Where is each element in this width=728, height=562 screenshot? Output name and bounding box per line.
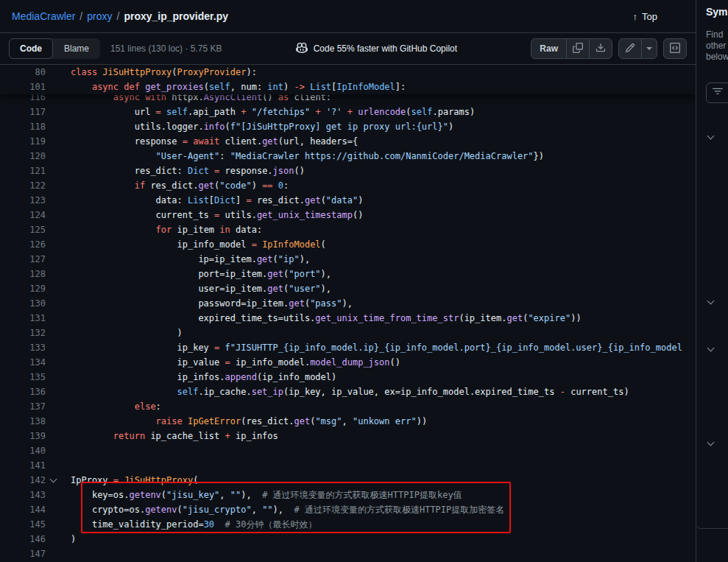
download-button[interactable]: [589, 38, 612, 59]
chevron-down-icon[interactable]: [708, 440, 715, 447]
edit-dropdown-button[interactable]: [641, 38, 657, 59]
code-line: 128 port=ip_item.get("port"),: [0, 267, 696, 281]
line-number[interactable]: 120: [0, 149, 46, 164]
code-text: crypto=os.getenv("jisu_crypto", ""), # 通…: [46, 502, 504, 517]
code-text: raise IpGetError(res_dict.get("msg", "un…: [46, 414, 427, 429]
chevron-down-icon[interactable]: [708, 298, 715, 306]
code-line: 101 async def get_proxies(self, num: int…: [0, 80, 696, 94]
copilot-icon: [296, 42, 308, 56]
code-line: 117 url = self.api_path + "/fetchips" + …: [0, 105, 696, 119]
line-number[interactable]: 147: [0, 547, 46, 561]
chevron-down-icon[interactable]: [708, 133, 715, 141]
code-text: if res_dict.get("code") == 0:: [46, 178, 289, 193]
code-line: 147: [0, 547, 696, 561]
line-number[interactable]: 125: [0, 222, 46, 237]
line-number[interactable]: 141: [0, 458, 46, 473]
code-text: ip_value = ip_info_model.model_dump_json…: [46, 355, 400, 370]
line-number[interactable]: 129: [0, 281, 46, 296]
file-meta: 151 lines (130 loc) · 5.75 KB: [110, 43, 222, 54]
line-number[interactable]: 80: [0, 65, 46, 80]
code-text: response = await client.get(url, headers…: [46, 134, 358, 149]
code-line: 146): [0, 532, 696, 547]
code-text: utils.logger.info(f"[JiSuHttpProxy] get …: [46, 119, 453, 134]
tab-code[interactable]: Code: [9, 38, 53, 59]
tab-blame[interactable]: Blame: [53, 38, 100, 59]
code-line: 119 response = await client.get(url, hea…: [0, 134, 696, 149]
line-number[interactable]: 140: [0, 443, 46, 458]
file-card: Code Blame 151 lines (130 loc) · 5.75 KB…: [0, 32, 696, 562]
line-number[interactable]: 121: [0, 164, 46, 178]
line-number[interactable]: 119: [0, 134, 46, 149]
code-blame-switch: Code Blame: [9, 38, 100, 59]
code-line: 135 ip_infos.append(ip_info_model): [0, 370, 696, 384]
code-text: url = self.api_path + "/fetchips" + '?' …: [46, 105, 475, 119]
line-number[interactable]: 123: [0, 193, 46, 208]
code-text: [46, 547, 71, 561]
arrow-up-icon: ↑: [633, 11, 638, 22]
code-line: 143 key=os.getenv("jisu_key", ""), # 通过环…: [0, 488, 696, 502]
copy-button[interactable]: [566, 38, 590, 59]
breadcrumb-repo-link[interactable]: MediaCrawler: [12, 10, 75, 22]
code-text: key=os.getenv("jisu_key", ""), # 通过环境变量的…: [46, 488, 462, 502]
line-number[interactable]: 142: [0, 473, 46, 488]
line-number[interactable]: 132: [0, 326, 46, 340]
code-text: ip_infos.append(ip_info_model): [46, 370, 336, 384]
line-number[interactable]: 143: [0, 488, 46, 502]
symbols-filter-input[interactable]: [706, 82, 728, 103]
chevron-down-icon[interactable]: [708, 345, 715, 353]
code-line: 133 ip_key = f"JISUHTTP_{ip_info_model.i…: [0, 340, 696, 355]
sticky-context-lines: 80class JiSuHttpProxy(ProxyProvider):101…: [0, 65, 696, 94]
line-number[interactable]: 144: [0, 502, 46, 517]
breadcrumb-separator: /: [79, 10, 82, 22]
code-line: 121 res_dict: Dict = response.json(): [0, 164, 696, 178]
breadcrumb-folder-link[interactable]: proxy: [87, 10, 112, 22]
line-number[interactable]: 134: [0, 355, 46, 370]
breadcrumb-file-name: proxy_ip_provider.py: [124, 10, 228, 22]
code-line: 132 ): [0, 326, 696, 340]
line-number[interactable]: 138: [0, 414, 46, 429]
line-number[interactable]: 118: [0, 119, 46, 134]
line-number[interactable]: 145: [0, 517, 46, 532]
back-to-top-button[interactable]: ↑ Top: [629, 10, 662, 23]
code-line: 118 utils.logger.info(f"[JiSuHttpProxy] …: [0, 119, 696, 134]
code-text: IpProxy = JiSuHttpProxy(: [46, 473, 198, 488]
line-number[interactable]: 131: [0, 311, 46, 326]
code-line: 137 else:: [0, 399, 696, 414]
line-number[interactable]: 122: [0, 178, 46, 193]
raw-copy-download-group: Raw: [531, 38, 612, 59]
code-text: ip_info_model = IpInfoModel(: [46, 237, 326, 252]
raw-button[interactable]: Raw: [531, 38, 567, 59]
line-number[interactable]: 127: [0, 252, 46, 267]
line-number[interactable]: 146: [0, 532, 46, 547]
symbols-toggle-button[interactable]: [663, 38, 687, 59]
code-line: 125 for ip_item in data:: [0, 222, 696, 237]
line-number[interactable]: 128: [0, 267, 46, 281]
toolbar-actions: Raw: [531, 38, 687, 59]
line-number[interactable]: 130: [0, 296, 46, 311]
line-number[interactable]: 137: [0, 399, 46, 414]
line-number[interactable]: 117: [0, 105, 46, 119]
code-line: 138 raise IpGetError(res_dict.get("msg",…: [0, 414, 696, 429]
line-number[interactable]: 101: [0, 80, 46, 94]
code-line: 123 data: List[Dict] = res_dict.get("dat…: [0, 193, 696, 208]
edit-button-group: [618, 38, 657, 59]
code-text: [46, 443, 71, 458]
code-line: 124 current_ts = utils.get_unix_timestam…: [0, 208, 696, 222]
code-text: ip=ip_item.get("ip"),: [46, 252, 310, 267]
line-number[interactable]: 133: [0, 340, 46, 355]
code-square-icon: [670, 43, 680, 55]
line-number[interactable]: 126: [0, 237, 46, 252]
edit-button[interactable]: [618, 38, 642, 59]
line-number[interactable]: 139: [0, 429, 46, 443]
line-number[interactable]: 124: [0, 208, 46, 222]
line-number[interactable]: 136: [0, 384, 46, 399]
copilot-banner[interactable]: Code 55% faster with GitHub Copilot: [296, 42, 457, 56]
code-text: ip_key = f"JISUHTTP_{ip_info_model.ip}_{…: [46, 340, 682, 355]
code-line: 142IpProxy = JiSuHttpProxy(: [0, 473, 696, 488]
code-text: time_validity_period=30 # 30分钟（最长时效）: [46, 517, 317, 532]
code-line: 122 if res_dict.get("code") == 0:: [0, 178, 696, 193]
code-text: return ip_cache_list + ip_infos: [46, 429, 278, 443]
fold-toggle-icon[interactable]: [51, 477, 58, 484]
code-line: 141: [0, 458, 696, 473]
line-number[interactable]: 135: [0, 370, 46, 384]
